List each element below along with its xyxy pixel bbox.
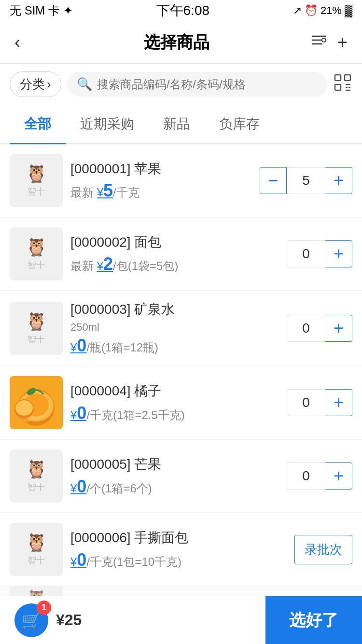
owl-icon: 🦉	[26, 532, 47, 553]
add-button[interactable]: +	[337, 32, 348, 53]
filter-icon[interactable]	[310, 31, 328, 53]
status-time: 下午6:08	[156, 1, 210, 20]
product-thumb: 🦉 智十	[10, 523, 63, 576]
product-qty: 录批次	[294, 535, 352, 564]
cart-icon: 🛒	[21, 611, 42, 630]
qty-increase-button[interactable]: +	[325, 462, 352, 490]
cart-badge: 1	[37, 601, 51, 615]
location-icon: ↗	[293, 4, 302, 17]
product-info: [0000005] 芒果 ¥0/个(1箱=6个)	[70, 456, 279, 496]
product-info: [0000004] 橘子 ¥0/千克(1箱=2.5千克)	[70, 382, 279, 423]
product-thumb: 🦉 智十	[10, 449, 63, 503]
bottom-bar: 🛒 1 ¥25 选好了	[0, 596, 362, 644]
product-price: 最新 ¥5/千克	[70, 181, 252, 201]
page-title: 选择商品	[144, 31, 209, 54]
tab-all[interactable]: 全部	[10, 105, 66, 144]
qty-increase-button[interactable]: +	[325, 315, 352, 342]
product-qty: +	[287, 240, 352, 267]
status-right: ↗ ⏰ 21% ▓	[293, 4, 352, 17]
brand-text: 智十	[28, 481, 45, 493]
category-arrow: ›	[47, 77, 51, 92]
brand-text: 智十	[28, 555, 45, 566]
search-box: 🔍	[67, 72, 327, 97]
sim-status: 无 SIM 卡 ✦	[10, 3, 73, 18]
product-qty: +	[287, 462, 352, 490]
nav-actions: +	[310, 31, 348, 53]
svg-point-3	[322, 38, 326, 42]
qty-decrease-button[interactable]: −	[260, 167, 287, 194]
list-item: 🦉 智十 [0000006] 手撕面包 ¥0/千克(1包=10千克) 录批次	[0, 513, 362, 586]
status-left: 无 SIM 卡 ✦	[10, 3, 73, 18]
product-name: [0000002] 面包	[70, 234, 279, 251]
tab-negative[interactable]: 负库存	[205, 105, 274, 144]
svg-rect-5	[345, 75, 350, 81]
product-info: [0000006] 手撕面包 ¥0/千克(1包=10千克)	[70, 529, 287, 570]
qty-input[interactable]	[287, 389, 325, 416]
list-item: 🦉 智十 [0000003] 矿泉水 250ml ¥0/瓶(1箱=12瓶) +	[0, 291, 362, 365]
brand-text: 智十	[28, 259, 45, 271]
brand-text: 智十	[28, 186, 45, 197]
product-price: ¥0/千克(1箱=2.5千克)	[70, 403, 279, 423]
product-price: ¥0/千克(1包=10千克)	[70, 550, 287, 570]
list-item: 🦉 智十 [0000002] 面包 最新 ¥2/包(1袋=5包) +	[0, 218, 362, 290]
scan-icon[interactable]	[333, 73, 352, 96]
product-price: 最新 ¥2/包(1袋=5包)	[70, 254, 279, 274]
svg-rect-4	[335, 75, 341, 81]
product-info: [0000002] 面包 最新 ¥2/包(1袋=5包)	[70, 234, 279, 274]
battery-level: 21%	[320, 4, 342, 17]
qty-increase-button[interactable]: +	[325, 389, 352, 416]
qty-input[interactable]	[287, 462, 325, 490]
product-thumb: 🦉 智十	[10, 227, 63, 280]
cart-area: 🛒 1 ¥25	[0, 603, 265, 637]
product-thumb: 🦉 智十	[10, 302, 63, 355]
product-info: [0000003] 矿泉水 250ml ¥0/瓶(1箱=12瓶)	[70, 301, 279, 356]
product-qty: +	[287, 315, 352, 342]
search-input[interactable]	[97, 78, 318, 91]
product-price: ¥0/个(1箱=6个)	[70, 476, 279, 497]
search-icon: 🔍	[77, 77, 92, 92]
qty-increase-button[interactable]: +	[325, 240, 352, 267]
qty-increase-button[interactable]: +	[325, 167, 352, 194]
product-qty: +	[287, 389, 352, 416]
tab-recent[interactable]: 近期采购	[66, 105, 149, 144]
product-thumb: 🦉 智十	[10, 154, 63, 207]
product-name: [0000006] 手撕面包	[70, 529, 287, 546]
product-name: [0000003] 矿泉水	[70, 301, 279, 318]
batch-button[interactable]: 录批次	[294, 535, 352, 564]
product-name: [0000001] 苹果	[70, 160, 252, 178]
tab-row: 全部 近期采购 新品 负库存	[0, 105, 362, 144]
alarm-icon: ⏰	[305, 4, 318, 17]
owl-icon: 🦉	[26, 237, 47, 257]
svg-rect-6	[335, 84, 341, 90]
product-name: [0000005] 芒果	[70, 456, 279, 473]
back-button[interactable]: ‹	[14, 32, 43, 53]
owl-icon: 🦉	[26, 311, 47, 332]
category-label: 分类	[20, 76, 45, 93]
confirm-button[interactable]: 选好了	[265, 596, 362, 644]
brand-text: 智十	[28, 334, 45, 345]
cart-total: ¥25	[56, 611, 82, 629]
cart-icon-button[interactable]: 🛒 1	[14, 603, 48, 637]
qty-input[interactable]	[287, 315, 325, 342]
svg-point-18	[15, 400, 33, 416]
owl-icon: 🦉	[26, 164, 47, 184]
category-button[interactable]: 分类 ›	[10, 71, 61, 97]
product-info: [0000001] 苹果 最新 ¥5/千克	[70, 160, 252, 201]
product-thumb	[10, 376, 63, 429]
product-spec: 250ml	[70, 321, 279, 334]
qty-input[interactable]	[287, 240, 325, 267]
qty-input[interactable]	[287, 167, 325, 194]
list-item: 🦉 智十 [0000005] 芒果 ¥0/个(1箱=6个) +	[0, 440, 362, 512]
list-item: 🦉 智十 [0000001] 苹果 最新 ¥5/千克 − +	[0, 144, 362, 217]
nav-bar: ‹ 选择商品 +	[0, 21, 362, 64]
filter-row: 分类 › 🔍	[0, 64, 362, 105]
product-qty: − +	[260, 167, 352, 194]
status-bar: 无 SIM 卡 ✦ 下午6:08 ↗ ⏰ 21% ▓	[0, 0, 362, 21]
product-list: 🦉 智十 [0000001] 苹果 最新 ¥5/千克 − + 🦉 智十 [000…	[0, 144, 362, 625]
tab-new[interactable]: 新品	[149, 105, 205, 144]
product-price: ¥0/瓶(1箱=12瓶)	[70, 336, 279, 356]
battery-icon: ▓	[345, 4, 352, 17]
product-name: [0000004] 橘子	[70, 382, 279, 400]
owl-icon: 🦉	[26, 459, 47, 479]
list-item: [0000004] 橘子 ¥0/千克(1箱=2.5千克) +	[0, 366, 362, 439]
